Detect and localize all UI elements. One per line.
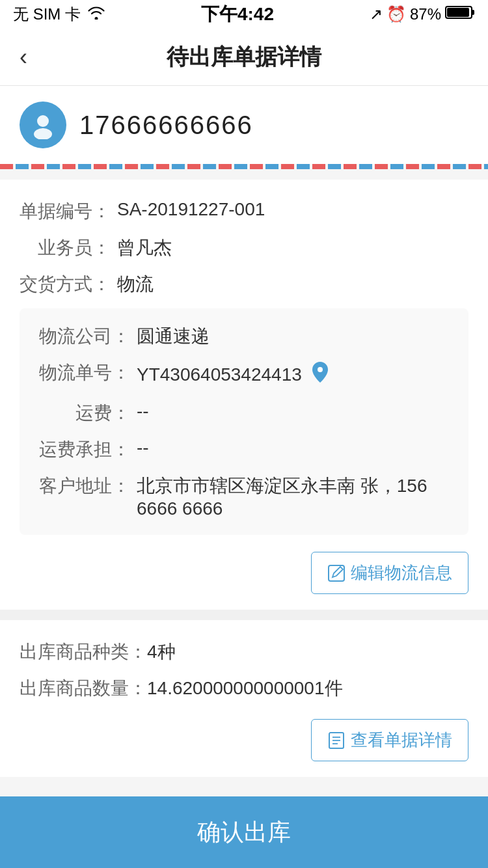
customer-section: 17666666666 [0,86,488,164]
view-btn-row: 查看单据详情 [20,712,468,764]
confirm-button[interactable]: 确认出库 [0,796,488,868]
battery-label: 87% [410,5,441,23]
product-types-value: 4种 [147,640,468,664]
edit-icon [327,564,346,582]
content-area: 17666666666 单据编号： SA-20191227-001 业务员： 曾… [0,86,488,855]
freight-label: 运费： [39,401,130,426]
address-value: 北京市市辖区海淀区永丰南 张，156 6666 6666 [137,474,449,519]
svg-rect-2 [447,8,469,17]
product-types-row: 出库商品种类： 4种 [20,640,468,664]
status-right: ↗ ⏰ 87% [370,5,475,23]
document-number-row: 单据编号： SA-20191227-001 [20,199,468,224]
logistics-company-label: 物流公司： [39,324,130,349]
delivery-method-row: 交货方式： 物流 [20,272,468,297]
customer-phone: 17666666666 [79,111,253,140]
section-separator [0,610,488,620]
svg-point-4 [34,128,52,139]
status-time: 下午4:42 [201,2,274,27]
location-icon[interactable] [310,360,331,389]
sim-status: 无 SIM 卡 [13,4,81,25]
freight-bearer-row: 运费承担： -- [39,437,449,462]
document-icon [327,731,346,750]
document-number-label: 单据编号： [20,199,111,224]
edit-logistics-button[interactable]: 编辑物流信息 [311,552,468,594]
status-bar: 无 SIM 卡 下午4:42 ↗ ⏰ 87% [0,0,488,29]
tracking-number-label: 物流单号： [39,360,130,385]
page-title: 待出库单据详情 [167,42,321,72]
product-types-label: 出库商品种类： [20,640,147,664]
logistics-box: 物流公司： 圆通速递 物流单号： YT43064053424413 运费： [20,308,468,535]
nav-bar: ‹ 待出库单据详情 [0,29,488,86]
sales-person-value: 曾凡杰 [117,236,468,260]
svg-point-5 [318,367,323,372]
freight-bearer-value: -- [137,437,449,458]
wifi-icon [87,5,105,23]
logistics-company-row: 物流公司： 圆通速递 [39,324,449,349]
view-detail-button[interactable]: 查看单据详情 [311,719,468,761]
back-button[interactable]: ‹ [20,44,27,71]
address-label: 客户地址： [39,474,130,498]
battery-icon [445,5,475,23]
edit-btn-row: 编辑物流信息 [20,545,468,597]
confirm-label: 确认出库 [197,817,291,848]
avatar [20,102,66,148]
order-info-section: 单据编号： SA-20191227-001 业务员： 曾凡杰 交货方式： 物流 … [0,180,488,610]
address-row: 客户地址： 北京市市辖区海淀区永丰南 张，156 6666 6666 [39,474,449,519]
svg-point-3 [37,115,49,127]
freight-row: 运费： -- [39,401,449,426]
freight-value: -- [137,401,449,422]
product-section: 出库商品种类： 4种 出库商品数量： 14.620000000000001件 查… [0,620,488,777]
product-quantity-value: 14.620000000000001件 [147,676,468,701]
document-number-value: SA-20191227-001 [117,199,468,220]
location-status-icon: ↗ [370,5,383,23]
product-quantity-label: 出库商品数量： [20,676,147,701]
svg-rect-1 [472,10,474,15]
tracking-number-value: YT43064053424413 [137,360,449,389]
sales-person-label: 业务员： [20,236,111,260]
alarm-icon: ⏰ [386,5,406,23]
delivery-method-label: 交货方式： [20,272,111,297]
product-quantity-row: 出库商品数量： 14.620000000000001件 [20,676,468,701]
delivery-method-value: 物流 [117,272,468,297]
status-left: 无 SIM 卡 [13,4,105,25]
sales-person-row: 业务员： 曾凡杰 [20,236,468,260]
freight-bearer-label: 运费承担： [39,437,130,462]
dashed-divider [0,164,488,169]
tracking-number-row: 物流单号： YT43064053424413 [39,360,449,389]
logistics-company-value: 圆通速递 [137,324,449,349]
